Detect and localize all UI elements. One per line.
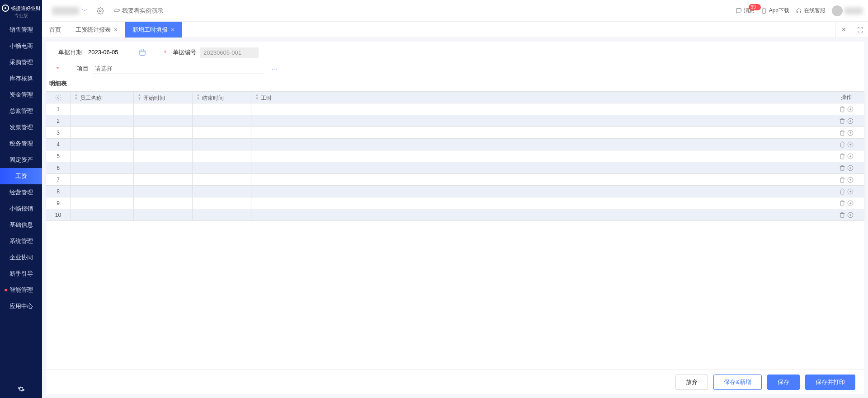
cell-employee[interactable] [71, 103, 134, 115]
table-row[interactable]: 4 [46, 139, 864, 150]
customer-service-button[interactable]: 在线客服 [796, 7, 826, 14]
sidebar-item-2[interactable]: 采购管理 [0, 54, 42, 70]
cell-start[interactable] [134, 197, 193, 209]
cell-start[interactable] [134, 103, 193, 115]
delete-icon[interactable] [839, 141, 845, 148]
sidebar-item-17[interactable]: 应用中心 [0, 298, 42, 314]
sidebar-item-13[interactable]: 系统管理 [0, 233, 42, 249]
col-end[interactable]: ▲▼结束时间 [193, 92, 251, 103]
add-row-icon[interactable] [847, 212, 854, 218]
cell-employee[interactable] [71, 209, 134, 221]
cell-employee[interactable] [71, 127, 134, 139]
cell-end[interactable] [193, 150, 251, 162]
demo-link[interactable]: 我要看实例演示 [113, 7, 163, 15]
col-hours[interactable]: ▲▼工时 [251, 92, 828, 103]
sidebar-settings[interactable] [0, 380, 42, 398]
cell-hours[interactable] [251, 162, 828, 174]
save-print-button[interactable]: 保存并打印 [805, 375, 855, 390]
table-row[interactable]: 3 [46, 127, 864, 139]
close-icon[interactable]: ✕ [113, 27, 118, 33]
add-row-icon[interactable] [847, 141, 854, 148]
tab-1[interactable]: 工资统计报表✕ [68, 22, 125, 37]
col-settings[interactable] [46, 92, 71, 103]
sidebar-item-12[interactable]: 基础信息 [0, 217, 42, 233]
cell-start[interactable] [134, 115, 193, 127]
close-icon[interactable]: ✕ [170, 27, 175, 33]
table-row[interactable]: 10 [46, 209, 864, 221]
calendar-icon[interactable] [139, 49, 146, 56]
table-row[interactable]: 7 [46, 174, 864, 186]
sidebar-item-8[interactable]: 固定资产 [0, 152, 42, 168]
cell-hours[interactable] [251, 197, 828, 209]
delete-icon[interactable] [839, 188, 845, 195]
cell-start[interactable] [134, 186, 193, 197]
delete-icon[interactable] [839, 165, 845, 171]
sidebar-item-3[interactable]: 库存核算 [0, 70, 42, 87]
cell-employee[interactable] [71, 139, 134, 150]
cell-start[interactable] [134, 174, 193, 186]
cell-end[interactable] [193, 174, 251, 186]
sidebar-item-1[interactable]: 小畅电商 [0, 38, 42, 54]
add-row-icon[interactable] [847, 200, 854, 206]
cell-hours[interactable] [251, 139, 828, 150]
sidebar-item-10[interactable]: 经营管理 [0, 184, 42, 201]
table-row[interactable]: 6 [46, 162, 864, 174]
cell-hours[interactable] [251, 127, 828, 139]
cell-end[interactable] [193, 139, 251, 150]
cell-end[interactable] [193, 103, 251, 115]
save-new-button[interactable]: 保存&新增 [713, 375, 762, 390]
delete-icon[interactable] [839, 200, 845, 206]
sidebar-item-6[interactable]: 发票管理 [0, 119, 42, 136]
tab-0[interactable]: 首页 [42, 22, 68, 37]
cell-employee[interactable] [71, 186, 134, 197]
cell-start[interactable] [134, 139, 193, 150]
tab-2[interactable]: 新增工时填报✕ [125, 22, 182, 37]
sidebar-item-5[interactable]: 总账管理 [0, 103, 42, 119]
sidebar-item-15[interactable]: 新手引导 [0, 266, 42, 282]
cell-start[interactable] [134, 150, 193, 162]
table-row[interactable]: 9 [46, 197, 864, 209]
cell-hours[interactable] [251, 150, 828, 162]
cell-start[interactable] [134, 127, 193, 139]
discard-button[interactable]: 放弃 [675, 375, 708, 390]
sidebar-item-9[interactable]: 工资 [0, 168, 42, 184]
delete-icon[interactable] [839, 177, 845, 183]
cell-employee[interactable] [71, 115, 134, 127]
sidebar-item-11[interactable]: 小畅报销 [0, 201, 42, 217]
cell-hours[interactable] [251, 209, 828, 221]
cell-end[interactable] [193, 115, 251, 127]
add-row-icon[interactable] [847, 165, 854, 171]
cell-start[interactable] [134, 209, 193, 221]
delete-icon[interactable] [839, 106, 845, 112]
project-input[interactable] [92, 63, 264, 74]
cell-end[interactable] [193, 162, 251, 174]
sidebar-item-16[interactable]: 智能管理 [0, 282, 42, 298]
add-row-icon[interactable] [847, 188, 854, 195]
cell-employee[interactable] [71, 150, 134, 162]
cell-end[interactable] [193, 186, 251, 197]
fullscreen-toggle[interactable] [852, 22, 868, 37]
cell-hours[interactable] [251, 115, 828, 127]
settings-icon[interactable] [97, 7, 104, 14]
cell-employee[interactable] [71, 174, 134, 186]
cell-hours[interactable] [251, 186, 828, 197]
col-start[interactable]: ▲▼开始时间 [134, 92, 193, 103]
cell-hours[interactable] [251, 174, 828, 186]
add-row-icon[interactable] [847, 153, 854, 159]
cell-end[interactable] [193, 127, 251, 139]
save-button[interactable]: 保存 [767, 375, 800, 390]
sidebar-item-7[interactable]: 税务管理 [0, 136, 42, 152]
table-row[interactable]: 5 [46, 150, 864, 162]
sidebar-item-0[interactable]: 销售管理 [0, 22, 42, 38]
cell-hours[interactable] [251, 103, 828, 115]
add-row-icon[interactable] [847, 106, 854, 112]
cell-start[interactable] [134, 162, 193, 174]
messages-button[interactable]: 消息 99+ [736, 7, 755, 14]
table-row[interactable]: 1 [46, 103, 864, 115]
org-selector[interactable]: ﹀ [47, 5, 92, 17]
sidebar-item-14[interactable]: 企业协同 [0, 249, 42, 266]
project-more-icon[interactable]: ⋯ [271, 66, 278, 72]
cell-end[interactable] [193, 209, 251, 221]
close-all-tabs[interactable]: ✕ [835, 22, 852, 37]
add-row-icon[interactable] [847, 177, 854, 183]
